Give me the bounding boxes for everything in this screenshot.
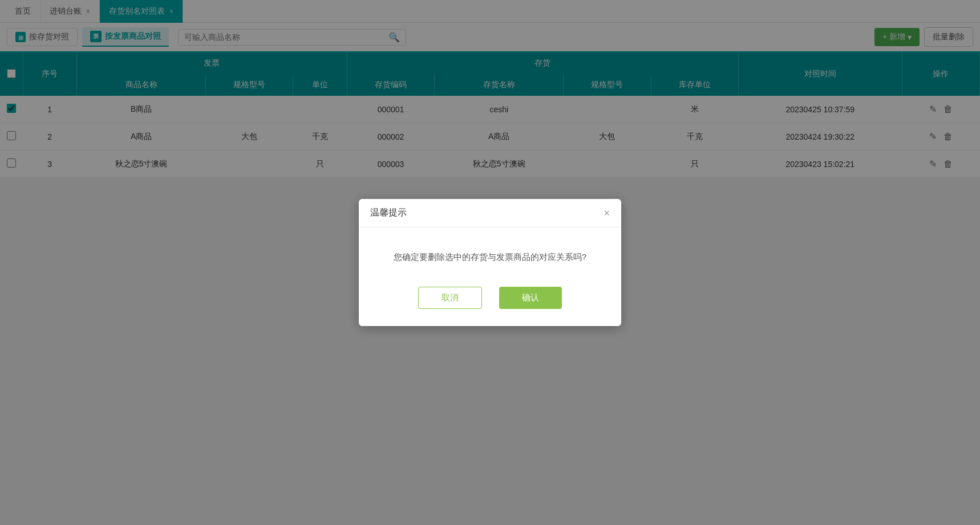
modal-overlay: 温馨提示 × 您确定要删除选中的存货与发票商品的对应关系吗? 取消 确认 — [0, 0, 980, 178]
